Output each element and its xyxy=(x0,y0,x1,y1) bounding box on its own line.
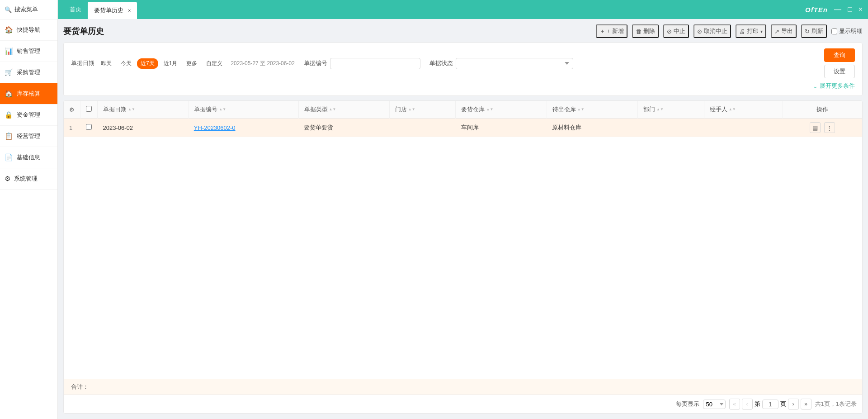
th-pending-warehouse[interactable]: 待出仓库 ▲▼ xyxy=(547,101,637,119)
tab-active[interactable]: 要货单历史 × xyxy=(88,2,137,19)
th-doc-no-sort[interactable]: 单据编号 ▲▼ xyxy=(194,105,226,114)
sidebar-item-label: 系统管理 xyxy=(14,175,38,183)
sidebar-item-system[interactable]: ⚙ 系统管理 xyxy=(0,168,57,190)
cancel-stop-button[interactable]: ⊘ 取消中止 xyxy=(693,24,731,38)
sort-arrows-doc-no: ▲▼ xyxy=(219,108,226,111)
page-title: 要货单历史 xyxy=(63,26,104,37)
prev-page-btn[interactable]: ‹ xyxy=(742,399,753,409)
sidebar-item-quick-nav[interactable]: 🏠 快捷导航 xyxy=(0,19,57,41)
new-button[interactable]: ＋ + 新增 xyxy=(596,24,627,38)
row-dept xyxy=(638,119,704,137)
table-container: ⚙ 单据日期 ▲▼ 单据编号 xyxy=(63,100,863,414)
th-date[interactable]: 单据日期 ▲▼ xyxy=(98,101,189,119)
th-pending-warehouse-sort[interactable]: 待出仓库 ▲▼ xyxy=(552,105,585,114)
th-req-warehouse-sort[interactable]: 要货仓库 ▲▼ xyxy=(461,105,493,114)
th-dept-sort[interactable]: 部门 ▲▼ xyxy=(643,105,664,114)
th-doc-no-label: 单据编号 xyxy=(194,105,217,114)
th-doc-no[interactable]: 单据编号 ▲▼ xyxy=(189,101,298,119)
doc-no-input[interactable] xyxy=(330,58,420,69)
data-table: ⚙ 单据日期 ▲▼ 单据编号 xyxy=(64,101,862,137)
th-settings[interactable]: ⚙ xyxy=(64,101,80,119)
sidebar-item-inventory[interactable]: 🏠 库存核算 xyxy=(0,83,57,105)
sort-arrows-dept: ▲▼ xyxy=(656,108,664,111)
filter-row-2: ⌄ 展开更多条件 xyxy=(71,82,855,90)
sort-arrows-store: ▲▼ xyxy=(408,108,415,111)
first-page-btn[interactable]: « xyxy=(729,399,740,409)
print-button[interactable]: 🖨 打印 ▾ xyxy=(736,24,766,38)
stop-button[interactable]: ⊘ 中止 xyxy=(663,24,689,38)
toolbar: ＋ + 新增 🗑 删除 ⊘ 中止 ⊘ 取消中止 🖨 打印 xyxy=(596,24,863,38)
sidebar-item-basic[interactable]: 📄 基础信息 xyxy=(0,147,57,168)
select-all-checkbox[interactable] xyxy=(86,106,92,112)
th-req-warehouse-label: 要货仓库 xyxy=(461,105,485,114)
sidebar-item-label: 快捷导航 xyxy=(17,26,40,34)
date-btn-custom[interactable]: 自定义 xyxy=(203,58,226,69)
sidebar-item-operation[interactable]: 📋 经营管理 xyxy=(0,126,57,147)
sidebar-search[interactable]: 🔍 搜索菜单 xyxy=(0,0,57,19)
lock-icon: 🔒 xyxy=(5,111,13,119)
sidebar-item-label: 资金管理 xyxy=(17,111,40,119)
th-date-sort[interactable]: 单据日期 ▲▼ xyxy=(103,105,135,114)
tab-home-label: 首页 xyxy=(70,5,81,14)
status-select[interactable] xyxy=(456,58,573,69)
refresh-icon: ↻ xyxy=(805,28,810,35)
row-view-icon[interactable]: ▤ xyxy=(810,122,821,133)
sidebar-item-label: 库存核算 xyxy=(17,90,40,98)
tab-home[interactable]: 首页 xyxy=(63,0,88,19)
page-header: 要货单历史 ＋ + 新增 🗑 删除 ⊘ 中止 ⊘ 取消中止 xyxy=(63,24,863,38)
row-ops: ▤ ⋮ xyxy=(783,119,862,137)
th-store-sort[interactable]: 门店 ▲▼ xyxy=(395,105,415,114)
date-btn-today[interactable]: 今天 xyxy=(117,58,135,69)
last-page-btn[interactable]: » xyxy=(801,399,811,409)
row-num: 1 xyxy=(64,119,80,137)
date-btn-7days[interactable]: 近7天 xyxy=(137,58,158,69)
th-store[interactable]: 门店 ▲▼ xyxy=(389,101,456,119)
sidebar-item-finance[interactable]: 🔒 资金管理 xyxy=(0,105,57,126)
current-page-input[interactable] xyxy=(762,400,778,409)
next-page-btn[interactable]: › xyxy=(788,399,799,409)
sort-arrows-doc-type: ▲▼ xyxy=(329,108,336,111)
date-btn-1month[interactable]: 近1月 xyxy=(160,58,181,69)
export-button[interactable]: ↗ 导出 xyxy=(771,24,797,38)
date-btn-yesterday[interactable]: 昨天 xyxy=(97,58,115,69)
th-doc-type-sort[interactable]: 单据类型 ▲▼ xyxy=(304,105,336,114)
main-area: 首页 要货单历史 × OfTEn — □ × 要货单历史 ＋ + 新增 🗑 xyxy=(58,0,868,419)
settings-button[interactable]: 设置 xyxy=(824,65,855,78)
sidebar-item-sales[interactable]: 📊 销售管理 xyxy=(0,41,57,62)
brand-label: OfTEn xyxy=(805,6,828,14)
display-detail-checkbox[interactable] xyxy=(831,29,837,34)
tab-close-icon[interactable]: × xyxy=(128,8,131,13)
pagination-bar: 每页显示 20 50 100 200 « ‹ 第 页 › » 共1页，1条记录 xyxy=(64,395,862,413)
expand-more-button[interactable]: ⌄ 展开更多条件 xyxy=(813,82,855,90)
sidebar-item-purchase[interactable]: 🛒 采购管理 xyxy=(0,62,57,83)
doc-no-link[interactable]: YH-20230602-0 xyxy=(194,124,236,131)
query-button[interactable]: 查询 xyxy=(824,48,855,62)
maximize-icon[interactable]: □ xyxy=(848,5,852,14)
row-more-icon[interactable]: ⋮ xyxy=(824,122,835,133)
delete-button[interactable]: 🗑 删除 xyxy=(632,24,659,38)
print-icon: 🖨 xyxy=(739,28,745,35)
th-dept[interactable]: 部门 ▲▼ xyxy=(638,101,704,119)
table-header-row: ⚙ 单据日期 ▲▼ 单据编号 xyxy=(64,101,862,119)
th-handler-sort[interactable]: 经手人 ▲▼ xyxy=(710,105,736,114)
sidebar-item-label: 基础信息 xyxy=(17,153,40,162)
sidebar-item-label: 经营管理 xyxy=(17,132,40,140)
row-select-checkbox[interactable] xyxy=(86,124,92,130)
row-handler xyxy=(704,119,783,137)
row-doc-type: 要货单要货 xyxy=(298,119,389,137)
th-handler[interactable]: 经手人 ▲▼ xyxy=(704,101,783,119)
th-doc-type[interactable]: 单据类型 ▲▼ xyxy=(298,101,389,119)
refresh-button[interactable]: ↻ 刷新 xyxy=(801,24,827,38)
th-checkbox xyxy=(80,101,98,119)
th-req-warehouse[interactable]: 要货仓库 ▲▼ xyxy=(456,101,547,119)
close-window-icon[interactable]: × xyxy=(859,5,863,14)
search-icon: 🔍 xyxy=(5,6,12,13)
cancel-stop-icon: ⊘ xyxy=(697,28,702,35)
minimize-icon[interactable]: — xyxy=(834,5,841,14)
clipboard-icon: 📋 xyxy=(5,132,13,140)
page-size-select[interactable]: 20 50 100 200 xyxy=(703,400,726,409)
row-store xyxy=(389,119,456,137)
filter-actions: 查询 设置 xyxy=(824,48,855,78)
print-dropdown-icon: ▾ xyxy=(760,29,763,34)
date-btn-more[interactable]: 更多 xyxy=(183,58,201,69)
